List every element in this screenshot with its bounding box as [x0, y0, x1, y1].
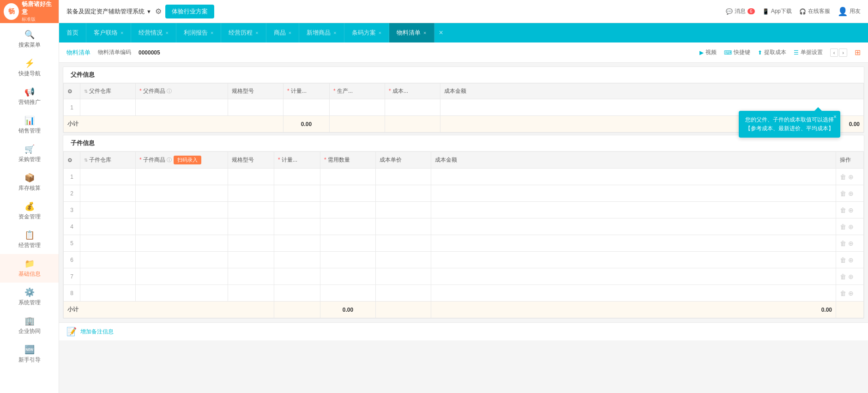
- sidebar-item-basic-info[interactable]: 📁 基础信息: [0, 254, 59, 283]
- copy-row-icon[interactable]: ⊕: [848, 173, 854, 181]
- breadcrumb[interactable]: 物料清单: [66, 48, 90, 57]
- sidebar-item-operations[interactable]: 📋 经营管理: [0, 225, 59, 254]
- child-row-6-spec[interactable]: [228, 252, 274, 268]
- pager-next[interactable]: ›: [839, 48, 847, 57]
- child-row-4-goods[interactable]: [136, 218, 228, 235]
- tab-bom-close[interactable]: ×: [423, 30, 426, 36]
- tab-barcode[interactable]: 条码方案 ×: [344, 23, 389, 42]
- sidebar-item-finance[interactable]: 💰 资金管理: [0, 197, 59, 225]
- child-row-7-unit[interactable]: [274, 268, 320, 285]
- message-item[interactable]: 💬 消息 6: [726, 7, 755, 15]
- parent-row-1-warehouse[interactable]: [80, 99, 136, 116]
- tab-operations[interactable]: 经营情况 ×: [131, 23, 176, 42]
- child-row-1-spec[interactable]: [228, 169, 274, 185]
- system-selector[interactable]: 装备及固定资产辅助管理系统 ▼: [66, 7, 151, 16]
- child-row-8-unit[interactable]: [274, 285, 320, 302]
- child-row-3-quantity[interactable]: [320, 202, 376, 218]
- child-row-4-quantity[interactable]: [320, 218, 376, 235]
- add-note-label[interactable]: 增加备注信息: [80, 328, 114, 336]
- child-row-4-cost-amount[interactable]: [431, 218, 836, 235]
- tab-barcode-close[interactable]: ×: [379, 30, 381, 36]
- child-row-2-goods[interactable]: [136, 185, 228, 202]
- copy-row-icon[interactable]: ⊕: [848, 256, 854, 264]
- child-row-7-warehouse[interactable]: [80, 268, 136, 285]
- sidebar-item-sales[interactable]: 📊 销售管理: [0, 111, 59, 139]
- child-row-6-cost-amount[interactable]: [431, 252, 836, 268]
- child-row-6-unit[interactable]: [274, 252, 320, 268]
- child-row-8-quantity[interactable]: [320, 285, 376, 302]
- delete-row-icon[interactable]: 🗑: [840, 273, 846, 280]
- child-row-3-unit-cost[interactable]: [376, 202, 431, 218]
- parent-row-1-unit[interactable]: [283, 99, 330, 116]
- child-row-4-warehouse[interactable]: [80, 218, 136, 235]
- tab-profit-close[interactable]: ×: [211, 30, 213, 36]
- copy-row-icon[interactable]: ⊕: [848, 290, 854, 297]
- child-row-6-goods[interactable]: [136, 252, 228, 268]
- delete-row-icon[interactable]: 🗑: [840, 256, 846, 264]
- child-row-2-quantity[interactable]: [320, 185, 376, 202]
- child-row-8-unit-cost[interactable]: [376, 285, 431, 302]
- tab-goods-close[interactable]: ×: [289, 30, 291, 36]
- tab-customer-close[interactable]: ×: [121, 30, 123, 36]
- child-row-5-unit[interactable]: [274, 235, 320, 252]
- child-row-3-unit[interactable]: [274, 202, 320, 218]
- parent-row-1-cost[interactable]: [385, 99, 440, 116]
- tab-history-close[interactable]: ×: [255, 30, 258, 36]
- delete-row-icon[interactable]: 🗑: [840, 190, 846, 197]
- tab-home[interactable]: 首页: [59, 23, 86, 42]
- child-row-2-unit[interactable]: [274, 185, 320, 202]
- child-row-8-warehouse[interactable]: [80, 285, 136, 302]
- tab-customer[interactable]: 客户联络 ×: [86, 23, 131, 42]
- sidebar-item-enterprise[interactable]: 🏢 企业协同: [0, 311, 59, 340]
- tab-new-goods[interactable]: 新增商品 ×: [299, 23, 344, 42]
- child-row-6-unit-cost[interactable]: [376, 252, 431, 268]
- sidebar-item-system[interactable]: ⚙️ 系统管理: [0, 283, 59, 311]
- child-row-7-spec[interactable]: [228, 268, 274, 285]
- tab-operations-close[interactable]: ×: [165, 30, 168, 36]
- parent-row-1-spec[interactable]: [228, 99, 283, 116]
- copy-row-icon[interactable]: ⊕: [848, 190, 854, 197]
- child-row-5-unit-cost[interactable]: [376, 235, 431, 252]
- sidebar-item-guide[interactable]: 🆕 新手引导: [0, 340, 59, 369]
- child-row-1-cost-amount[interactable]: [431, 169, 836, 185]
- try-button[interactable]: 体验行业方案: [165, 5, 214, 18]
- delete-row-icon[interactable]: 🗑: [840, 223, 846, 230]
- tab-new-goods-close[interactable]: ×: [333, 30, 336, 36]
- shortcut-action[interactable]: ⌨ 快捷键: [724, 48, 750, 56]
- scan-button[interactable]: 扫码录入: [174, 156, 201, 164]
- child-row-1-unit-cost[interactable]: [376, 169, 431, 185]
- copy-row-icon[interactable]: ⊕: [848, 223, 854, 230]
- child-row-6-quantity[interactable]: [320, 252, 376, 268]
- delete-row-icon[interactable]: 🗑: [840, 240, 846, 247]
- child-row-5-warehouse[interactable]: [80, 235, 136, 252]
- pager-prev[interactable]: ‹: [830, 48, 838, 57]
- tooltip-close-button[interactable]: ×: [833, 113, 837, 121]
- sidebar-item-quick-nav[interactable]: ⚡ 快捷导航: [0, 54, 59, 82]
- extract-cost-action[interactable]: ⬆ 提取成本: [758, 48, 786, 56]
- copy-row-icon[interactable]: ⊕: [848, 273, 854, 280]
- app-download-item[interactable]: 📱 App下载: [762, 7, 792, 15]
- child-row-8-goods[interactable]: [136, 285, 228, 302]
- child-row-5-quantity[interactable]: [320, 235, 376, 252]
- copy-row-icon[interactable]: ⊕: [848, 206, 854, 214]
- tab-bom[interactable]: 物料清单 ×: [389, 23, 434, 42]
- child-row-3-spec[interactable]: [228, 202, 274, 218]
- child-row-1-goods[interactable]: [136, 169, 228, 185]
- child-row-6-warehouse[interactable]: [80, 252, 136, 268]
- sidebar-item-search[interactable]: 🔍 搜索菜单: [0, 25, 59, 54]
- child-row-3-warehouse[interactable]: [80, 202, 136, 218]
- view-action[interactable]: ▶ 视频: [699, 48, 717, 56]
- tab-profit[interactable]: 利润报告 ×: [176, 23, 221, 42]
- child-row-5-goods[interactable]: [136, 235, 228, 252]
- online-service-item[interactable]: 🎧 在线客服: [799, 7, 830, 15]
- child-row-7-goods[interactable]: [136, 268, 228, 285]
- child-row-1-quantity[interactable]: [320, 169, 376, 185]
- delete-row-icon[interactable]: 🗑: [840, 206, 846, 214]
- user-item[interactable]: 👤 用友: [838, 6, 861, 17]
- child-row-2-warehouse[interactable]: [80, 185, 136, 202]
- child-row-2-cost-amount[interactable]: [431, 185, 836, 202]
- child-row-2-spec[interactable]: [228, 185, 274, 202]
- delete-row-icon[interactable]: 🗑: [840, 290, 846, 297]
- sidebar-item-inventory[interactable]: 📦 库存核算: [0, 168, 59, 197]
- sidebar-item-purchase[interactable]: 🛒 采购管理: [0, 139, 59, 168]
